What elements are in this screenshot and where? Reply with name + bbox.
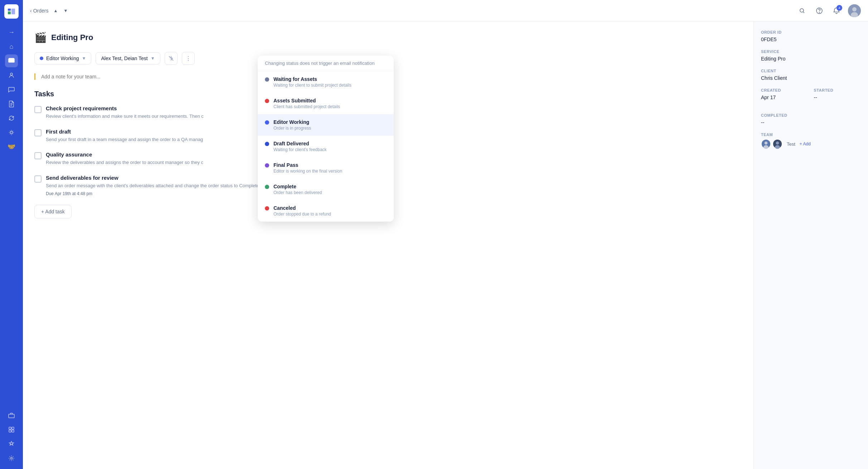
assignee-chevron-icon: ▼ [151, 56, 155, 61]
sidebar-item-settings[interactable] [5, 452, 18, 465]
page-title: Editing Pro [51, 33, 93, 42]
task-due: Due Apr 19th at 4:48 pm [46, 191, 742, 196]
status-option-complete[interactable]: Complete Order has been delivered [258, 179, 394, 200]
status-option-final-pass[interactable]: Final Pass Editor is working on the fina… [258, 157, 394, 179]
svg-point-24 [775, 145, 780, 149]
svg-rect-10 [9, 430, 11, 432]
status-button[interactable]: Editor Working ▼ [34, 52, 91, 64]
sidebar-item-navigate[interactable]: → [5, 26, 18, 39]
svg-rect-11 [12, 430, 14, 432]
svg-point-6 [10, 131, 13, 134]
order-id-value: 0FDE5 [761, 37, 861, 42]
main-area: ‹ Orders ▲ ▼ [23, 0, 868, 469]
nav-down-arrow[interactable]: ▼ [61, 6, 70, 15]
dropdown-item-title: Waiting for Assets [273, 76, 387, 82]
sidebar-item-home[interactable]: ⌂ [5, 40, 18, 53]
svg-point-5 [10, 73, 13, 75]
order-id-section: ORDER ID 0FDE5 [761, 30, 861, 42]
svg-point-17 [852, 7, 857, 11]
svg-rect-9 [12, 427, 14, 429]
task-title: Quality assurance [46, 151, 742, 158]
assignee-button[interactable]: Alex Test, Deian Test ▼ [96, 52, 160, 64]
created-section: Created Apr 17 [761, 88, 808, 100]
dropdown-item-title: Canceled [273, 205, 387, 211]
status-option-dot [265, 142, 269, 146]
notifications-button[interactable]: 4 [831, 5, 842, 16]
team-avatars: Test + Add [761, 139, 861, 149]
sidebar-item-docs[interactable] [5, 97, 18, 110]
client-section: Client Chris Client [761, 69, 861, 81]
more-options-button[interactable]: ⋮ [182, 52, 195, 65]
dropdown-item-title: Editor Working [273, 119, 387, 125]
status-option-draft-delivered[interactable]: Draft Delivered Waiting for client's fee… [258, 136, 394, 157]
completed-section: Completed -- [761, 113, 808, 125]
user-avatar[interactable] [848, 4, 861, 17]
task-content: Check project requirements Review client… [46, 105, 742, 120]
help-button[interactable] [814, 5, 825, 16]
dropdown-item-desc: Editor is working on the final version [273, 169, 387, 174]
dropdown-item-content: Final Pass Editor is working on the fina… [273, 162, 387, 174]
dropdown-item-title: Complete [273, 184, 387, 189]
svg-rect-7 [9, 414, 14, 418]
task-checkbox[interactable] [34, 129, 42, 136]
search-button[interactable] [796, 5, 808, 16]
task-checkbox[interactable] [34, 175, 42, 183]
status-option-assets-submitted[interactable]: Assets Submitted Client has submitted pr… [258, 93, 394, 114]
task-checkbox[interactable] [34, 152, 42, 159]
status-option-editor-working[interactable]: Editor Working Order is in progress [258, 114, 394, 136]
status-option-canceled[interactable]: Canceled Order stopped due to a refund [258, 200, 394, 222]
sidebar-item-plugin[interactable] [5, 437, 18, 450]
team-section: TEAM [761, 132, 861, 149]
status-option-dot [265, 99, 269, 103]
task-content: First draft Send your first draft in a t… [46, 129, 742, 143]
team-member-2-avatar[interactable] [772, 139, 782, 149]
more-icon: ⋮ [185, 55, 191, 62]
order-id-label: ORDER ID [761, 30, 861, 34]
status-option-dot [265, 206, 269, 211]
sidebar-item-inbox[interactable] [5, 54, 18, 67]
svg-rect-1 [8, 9, 11, 11]
status-option-dot [265, 185, 269, 189]
add-task-button[interactable]: + Add task [34, 205, 72, 218]
nav-up-arrow[interactable]: ▲ [51, 6, 60, 15]
dropdown-item-content: Waiting for Assets Waiting for client to… [273, 76, 387, 88]
svg-point-20 [765, 141, 768, 145]
dropdown-item-title: Assets Submitted [273, 98, 387, 103]
sidebar-item-chat[interactable] [5, 83, 18, 96]
dropdown-item-title: Final Pass [273, 162, 387, 168]
svg-rect-2 [8, 11, 11, 14]
status-dot-icon [40, 57, 43, 60]
task-title: Send deliverables for review [46, 175, 742, 181]
right-panel: ORDER ID 0FDE5 Service Editing Pro Clien… [753, 21, 868, 469]
svg-point-12 [11, 458, 13, 459]
status-option-waiting-for-assets[interactable]: Waiting for Assets Waiting for client to… [258, 71, 394, 93]
sidebar-item-users[interactable] [5, 69, 18, 82]
service-section: Service Editing Pro [761, 49, 861, 62]
topbar: ‹ Orders ▲ ▼ [23, 0, 868, 21]
sidebar-item-briefcase[interactable] [5, 409, 18, 422]
status-dropdown: Changing status does not trigger an emai… [258, 55, 394, 222]
dropdown-item-content: Draft Delivered Waiting for client's fee… [273, 141, 387, 152]
status-option-dot [265, 77, 269, 82]
mute-button[interactable] [165, 52, 178, 65]
task-desc: Send an order message with the client's … [46, 182, 742, 189]
client-value: Chris Client [761, 75, 861, 81]
team-member-1-avatar[interactable] [761, 139, 771, 149]
app-logo[interactable] [4, 4, 19, 19]
dropdown-item-desc: Client has submitted project details [273, 104, 387, 109]
created-label: Created [761, 88, 808, 92]
task-checkbox[interactable] [34, 106, 42, 113]
team-add-button[interactable]: + Add [800, 141, 811, 146]
completed-value: -- [761, 120, 808, 125]
started-value: -- [814, 95, 861, 100]
back-button[interactable]: ‹ Orders [30, 8, 48, 14]
svg-point-23 [776, 141, 779, 145]
dropdown-item-content: Complete Order has been delivered [273, 184, 387, 195]
sidebar-item-refresh[interactable] [5, 112, 18, 125]
sidebar-item-handshake[interactable]: 🤝 [5, 140, 18, 153]
page-title-icon: 🎬 [34, 32, 47, 43]
assignee-label: Alex Test, Deian Test [101, 55, 147, 61]
sidebar-item-integrations[interactable] [5, 126, 18, 139]
sidebar-item-list[interactable] [5, 423, 18, 436]
service-value: Editing Pro [761, 56, 861, 62]
